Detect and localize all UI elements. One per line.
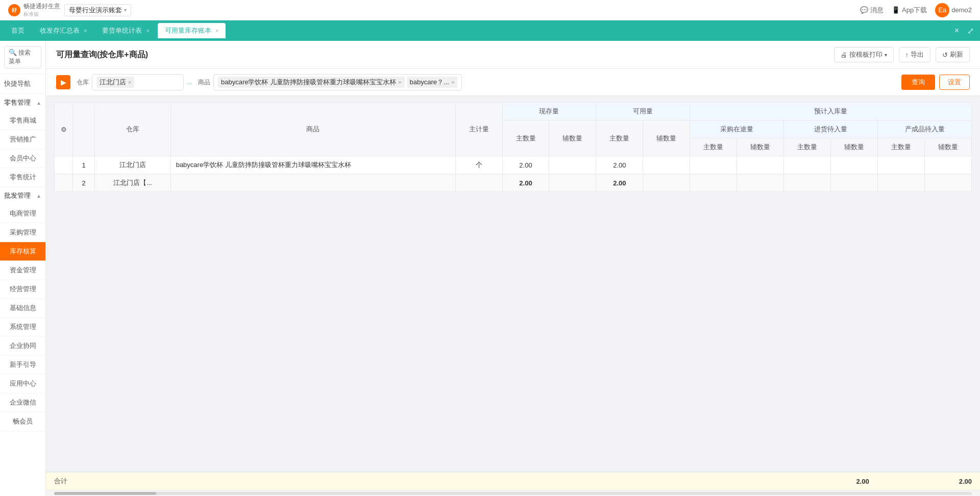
- tab-available-qty-label: 可用量库存账本: [165, 26, 211, 35]
- warehouse-input[interactable]: 江北门店 ×: [92, 74, 184, 90]
- top-bar-left: 好 畅捷通好生意 标准版 母婴行业演示账套 ▾: [8, 2, 131, 18]
- search-menu-btn[interactable]: 🔍 搜索菜单: [4, 46, 41, 68]
- sidebar-item-basic-info[interactable]: 基础信息: [0, 299, 45, 318]
- sidebar: 🔍 搜索菜单 快捷导航 零售管理 ▲ 零售商城 营销推广 会员中心 零售统计 批…: [0, 41, 46, 496]
- sidebar-item-enterprise-collab[interactable]: 企业协同: [0, 337, 45, 356]
- chevron-up-icon: ▲: [36, 193, 41, 199]
- logo: 好 畅捷通好生意 标准版: [8, 2, 60, 18]
- avatar: Ea: [935, 3, 949, 17]
- close-all-tabs-btn[interactable]: ×: [952, 24, 961, 38]
- product-tag-2-close[interactable]: ×: [451, 79, 454, 85]
- row-produce-sub-1: [924, 156, 971, 174]
- avail-sub-header: 辅数量: [643, 121, 690, 156]
- tab-home[interactable]: 首页: [4, 23, 32, 38]
- sidebar-retail-label: 零售管理: [4, 98, 31, 107]
- row-avail-sub-1: [643, 156, 690, 174]
- sidebar-item-enterprise-wechat[interactable]: 企业微信: [0, 393, 45, 412]
- row-produce-main-1: [878, 156, 925, 174]
- chevron-up-icon: ▲: [36, 100, 41, 106]
- warehouse-more-btn[interactable]: ...: [187, 79, 192, 86]
- phone-icon: 📱: [892, 6, 900, 14]
- product-tag-2: babycare？... ×: [407, 77, 458, 88]
- search-icon: 🔍: [9, 49, 17, 56]
- sidebar-search: 🔍 搜索菜单: [0, 41, 45, 74]
- sidebar-item-operation[interactable]: 经营管理: [0, 280, 45, 299]
- tab-close-icon[interactable]: ×: [215, 28, 218, 34]
- sidebar-item-marketing[interactable]: 营销推广: [0, 130, 45, 149]
- refresh-label: 刷新: [950, 50, 963, 59]
- main-unit-header: 主计量: [455, 103, 502, 156]
- product-tag-1-close[interactable]: ×: [398, 79, 401, 85]
- sidebar-item-inventory[interactable]: 库存核算: [0, 242, 45, 261]
- print-label: 按模板打印: [849, 50, 883, 59]
- row-produce-main-2: [878, 174, 925, 192]
- sidebar-section-retail[interactable]: 零售管理 ▲: [0, 94, 45, 111]
- print-template-btn[interactable]: 🖨 按模板打印 ▾: [834, 47, 894, 62]
- sidebar-item-quick-nav[interactable]: 快捷导航: [0, 74, 45, 94]
- row-product-2: [170, 174, 455, 192]
- sidebar-item-member[interactable]: 畅会员: [0, 412, 45, 431]
- row-purchase-main-2: [690, 174, 737, 192]
- sidebar-quick-nav-label: 快捷导航: [4, 79, 31, 88]
- warehouse-tag-close[interactable]: ×: [128, 79, 131, 85]
- app-download-btn[interactable]: 📱 App下载: [892, 6, 927, 15]
- filter-actions: 查询 设置: [901, 75, 970, 90]
- filter-bar: ▶ 仓库 江北门店 × ... 商品 babycare学饮杯 儿童防摔防撞吸管杯…: [46, 69, 980, 96]
- tab-inventory-summary[interactable]: 收发存汇总表 ×: [33, 23, 94, 38]
- produce-group-header: 产成品待入量: [878, 121, 972, 138]
- app-download-label: App下载: [902, 6, 927, 15]
- sidebar-item-retail-mall[interactable]: 零售商城: [0, 111, 45, 130]
- sidebar-item-system[interactable]: 系统管理: [0, 318, 45, 337]
- table-area: ⚙ 仓库 商品 主计量 现存量: [46, 96, 980, 471]
- table-row: 1 江北门店 babycare学饮杯 儿童防摔防撞吸管杯重力球吸嘴杯宝宝水杯 个…: [55, 156, 972, 174]
- settings-col-header: ⚙: [55, 103, 73, 156]
- row-avail-main-2: 2.00: [596, 174, 643, 192]
- incoming-main-header: 主数量: [784, 138, 831, 156]
- scrollbar-thumb[interactable]: [54, 492, 156, 495]
- message-icon: 💬: [860, 6, 868, 14]
- sidebar-item-newbie-guide[interactable]: 新手引导: [0, 356, 45, 374]
- refresh-btn[interactable]: ↺ 刷新: [936, 47, 970, 62]
- row-avail-sub-2: [643, 174, 690, 192]
- sidebar-item-retail-stats[interactable]: 零售统计: [0, 168, 45, 187]
- nav-tabs-actions: × ⤢: [952, 24, 976, 38]
- settings-btn[interactable]: 设置: [939, 75, 970, 90]
- row-warehouse-2: 江北门店【...: [95, 174, 170, 192]
- row-warehouse-1: 江北门店: [95, 156, 170, 174]
- user-name: demo2: [951, 6, 972, 14]
- chevron-down-icon: ▾: [124, 7, 127, 13]
- user-profile[interactable]: Ea demo2: [935, 3, 972, 17]
- row-incoming-sub-2: [831, 174, 878, 192]
- sidebar-section-wholesale[interactable]: 批发管理 ▲: [0, 187, 45, 204]
- filter-toggle-btn[interactable]: ▶: [56, 75, 70, 89]
- tab-order-stats[interactable]: 要货单统计表 ×: [95, 23, 156, 38]
- data-table: ⚙ 仓库 商品 主计量 现存量: [54, 102, 972, 192]
- sidebar-item-member-center[interactable]: 会员中心: [0, 149, 45, 168]
- forecast-group-header: 预计入库量: [690, 103, 972, 121]
- tab-available-qty[interactable]: 可用量库存账本 ×: [158, 23, 226, 38]
- row-avail-main-1: 2.00: [596, 156, 643, 174]
- sidebar-item-ecommerce[interactable]: 电商管理: [0, 204, 45, 223]
- product-input[interactable]: babycare学饮杯 儿童防摔防撞吸管杯重力球吸嘴杯宝宝水杯 × babyca…: [213, 74, 462, 90]
- tab-close-icon[interactable]: ×: [84, 28, 87, 34]
- row-num-1: 1: [73, 156, 95, 174]
- row-purchase-sub-2: [737, 174, 784, 192]
- warehouse-header: 仓库: [95, 103, 170, 156]
- logo-subtext: 标准版: [23, 11, 60, 18]
- sidebar-item-purchase[interactable]: 采购管理: [0, 223, 45, 242]
- tab-close-icon[interactable]: ×: [146, 28, 149, 34]
- settings-icon[interactable]: ⚙: [61, 126, 67, 133]
- industry-selector[interactable]: 母婴行业演示账套 ▾: [64, 4, 131, 16]
- scrollbar-track[interactable]: [54, 492, 972, 495]
- export-btn[interactable]: ↑ 导出: [899, 47, 931, 62]
- product-filter-label: 商品: [198, 78, 210, 87]
- incoming-sub-header: 辅数量: [831, 138, 878, 156]
- footer-stock-main: 2.00: [856, 478, 869, 485]
- logo-text: 畅捷通好生意: [23, 2, 60, 11]
- expand-btn[interactable]: ⤢: [965, 24, 976, 38]
- message-btn[interactable]: 💬 消息: [860, 6, 884, 15]
- sidebar-item-app-center[interactable]: 应用中心: [0, 374, 45, 393]
- row-incoming-main-1: [784, 156, 831, 174]
- query-btn[interactable]: 查询: [901, 75, 935, 90]
- sidebar-item-finance[interactable]: 资金管理: [0, 261, 45, 280]
